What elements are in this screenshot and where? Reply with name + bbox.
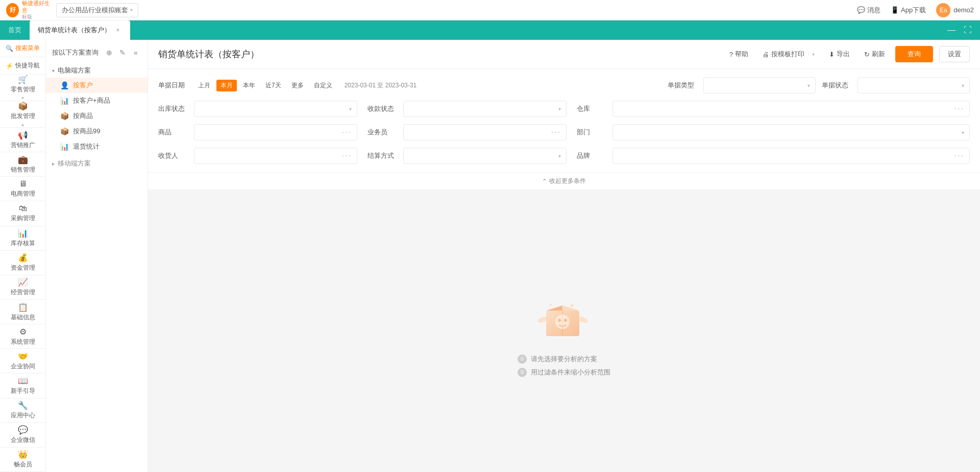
sidebar-item-enterprise-wechat[interactable]: 💬 企业微信	[0, 423, 45, 447]
date-tab-last-month[interactable]: 上月	[194, 80, 214, 91]
sidebar-item-retail[interactable]: 🛒 零售管理 ▾	[0, 75, 45, 101]
app-download-button[interactable]: 📱 App下载	[891, 6, 926, 15]
sidebar-item-vip[interactable]: 👑 畅会员	[0, 447, 45, 472]
query-button[interactable]: 查询	[895, 46, 933, 62]
expand-icon: ▴	[21, 122, 24, 127]
tab-close-button[interactable]: ×	[114, 26, 122, 34]
panel-collapse-button[interactable]: «	[130, 47, 141, 58]
export-button[interactable]: ⬇ 导出	[825, 48, 854, 61]
settle-arrow-icon: ▾	[558, 153, 561, 159]
sidebar-item-enterprise-collab[interactable]: 🤝 企业协同	[0, 349, 45, 373]
search-menu-item[interactable]: 🔍 搜索菜单	[0, 40, 45, 57]
message-icon: 💬	[857, 6, 865, 14]
sidebar-item-basic-info[interactable]: 📋 基础信息	[0, 300, 45, 324]
sidebar-item-marketing[interactable]: 📢 营销推广	[0, 128, 45, 152]
brand-dots-icon: ···	[954, 151, 964, 160]
brand-field[interactable]: ···	[612, 148, 970, 164]
ecommerce-icon: 🖥	[19, 179, 27, 188]
message-button[interactable]: 💬 消息	[857, 6, 880, 15]
industry-selector[interactable]: 办公用品行业模拟账套 ▾	[56, 3, 138, 17]
desktop-section: ▾ 电脑端方案 👤 按客户 📊 按客户+商品 📦 按商品 📦 按商品99 📊	[46, 63, 148, 154]
filter-row-receiver: 收货人 ··· 结算方式 ▾ 品牌 ···	[158, 148, 970, 164]
settings-button[interactable]: 设置	[939, 46, 970, 62]
dept-arrow-icon: ▾	[962, 130, 964, 135]
mobile-section: ▸ 移动端方案	[46, 156, 148, 171]
avatar: Ea	[936, 3, 950, 17]
sidebar-item-app-center[interactable]: 🔧 应用中心	[0, 398, 45, 423]
new-guide-icon: 📖	[18, 376, 28, 386]
sidebar-item-ecommerce[interactable]: 🖥 电商管理	[0, 177, 45, 201]
content-area: 销货单统计表（按客户） ? 帮助 🖨 按模板打印 ▾ ⬇	[148, 40, 980, 472]
date-tab-more[interactable]: 更多	[287, 80, 308, 91]
date-tab-this-month[interactable]: 本月	[216, 80, 237, 91]
date-tab-7days[interactable]: 近7天	[261, 80, 285, 91]
mobile-section-header[interactable]: ▸ 移动端方案	[46, 156, 148, 171]
doc-status-field[interactable]: ▾	[857, 77, 970, 93]
filter-section: 单据日期 上月 本月 本年 近7天 更多 自定义 2023-03-01 至 20…	[148, 69, 980, 172]
staff-field[interactable]: ···	[403, 124, 567, 140]
inventory-icon: 📊	[18, 228, 28, 238]
expand-icon: ▾	[21, 95, 24, 101]
receiver-field[interactable]: ···	[194, 148, 357, 164]
receipt-status-field[interactable]: ▾	[403, 101, 567, 117]
doc-status-arrow-icon: ▾	[962, 83, 964, 88]
date-filter: 上月 本月 本年 近7天 更多 自定义 2023-03-01 至 2023-03…	[194, 80, 416, 91]
add-icon: ⊕	[106, 49, 112, 57]
settle-field[interactable]: ▾	[403, 148, 567, 164]
filter-row-goods: 商品 ··· 业务员 ··· 部门 ▾	[158, 124, 970, 140]
logo-icon: 好	[6, 3, 19, 17]
panel-header-icons: ⊕ ✎ «	[104, 47, 141, 58]
tree-item-goods-99[interactable]: 📦 按商品99	[46, 124, 148, 139]
sidebar-item-wholesale[interactable]: 📦 批发管理 ▴	[0, 101, 45, 128]
tree-item-return-stats[interactable]: 📊 退货统计	[46, 139, 148, 154]
tab-minimize-button[interactable]: —	[945, 24, 958, 36]
enterprise-collab-icon: 🤝	[18, 351, 28, 361]
help-button[interactable]: ? 帮助	[725, 48, 752, 61]
sales-icon: 💼	[18, 155, 28, 164]
tab-sales-stats[interactable]: 销货单统计表（按客户） ×	[30, 20, 130, 40]
quick-nav-item[interactable]: ⚡ 快捷导航	[0, 57, 45, 75]
tab-maximize-button[interactable]: ⛶	[962, 24, 974, 36]
empty-tip-2: ② 用过滤条件来缩小分析范围	[518, 368, 610, 377]
sidebar-item-sales[interactable]: 💼 销售管理	[0, 152, 45, 177]
user-profile[interactable]: Ea demo2	[936, 3, 974, 17]
receipt-status-arrow-icon: ▾	[558, 106, 561, 112]
tab-home[interactable]: 首页	[0, 20, 30, 40]
customer-goods-icon: 📊	[60, 97, 69, 105]
date-range-display: 2023-03-01 至 2023-03-31	[345, 81, 416, 90]
wholesale-icon: 📦	[18, 101, 28, 111]
refresh-button[interactable]: ↻ 刷新	[860, 48, 889, 61]
panel-add-button[interactable]: ⊕	[104, 47, 115, 58]
sidebar-item-finance[interactable]: 💰 资金管理	[0, 251, 45, 275]
collapse-bar[interactable]: ⌃ 收起更多条件	[148, 172, 980, 190]
help-icon: ?	[729, 51, 733, 58]
retail-icon: 🛒	[18, 75, 28, 84]
sidebar-item-operations[interactable]: 📈 经营管理	[0, 275, 45, 300]
dept-field[interactable]: ▾	[612, 124, 970, 140]
tree-item-customer-goods[interactable]: 📊 按客户+商品	[46, 93, 148, 108]
tab-bar-actions: — ⛶	[945, 24, 980, 36]
desktop-section-header[interactable]: ▾ 电脑端方案	[46, 63, 148, 78]
out-status-field[interactable]: ▾	[194, 101, 357, 117]
goods-field[interactable]: ···	[194, 124, 357, 140]
sidebar-item-new-guide[interactable]: 📖 新手引导	[0, 373, 45, 398]
tree-item-by-goods[interactable]: 📦 按商品	[46, 108, 148, 124]
panel-header: 按以下方案查询 ⊕ ✎ «	[46, 44, 148, 61]
collapse-icon: «	[134, 49, 138, 57]
doc-type-field[interactable]: ▾	[703, 77, 816, 93]
goods99-icon: 📦	[60, 127, 69, 135]
sidebar-item-purchase[interactable]: 🛍 采购管理	[0, 201, 45, 226]
tree-item-by-customer[interactable]: 👤 按客户	[46, 78, 148, 93]
panel-edit-button[interactable]: ✎	[117, 47, 128, 58]
print-button[interactable]: 🖨 按模板打印 ▾	[758, 48, 819, 61]
date-tab-this-year[interactable]: 本年	[239, 80, 259, 91]
date-tab-custom[interactable]: 自定义	[310, 80, 336, 91]
sidebar-item-system[interactable]: ⚙ 系统管理	[0, 324, 45, 349]
left-panel: 按以下方案查询 ⊕ ✎ « ▾ 电脑端方案 👤 按客户	[46, 40, 148, 472]
warehouse-field[interactable]: ···	[612, 101, 970, 117]
sidebar-item-inventory[interactable]: 📊 库存核算	[0, 226, 45, 251]
print-arrow-icon: ▾	[808, 52, 815, 57]
out-status-arrow-icon: ▾	[349, 106, 352, 112]
app-center-icon: 🔧	[18, 400, 28, 410]
mobile-arrow-icon: ▸	[52, 161, 55, 167]
